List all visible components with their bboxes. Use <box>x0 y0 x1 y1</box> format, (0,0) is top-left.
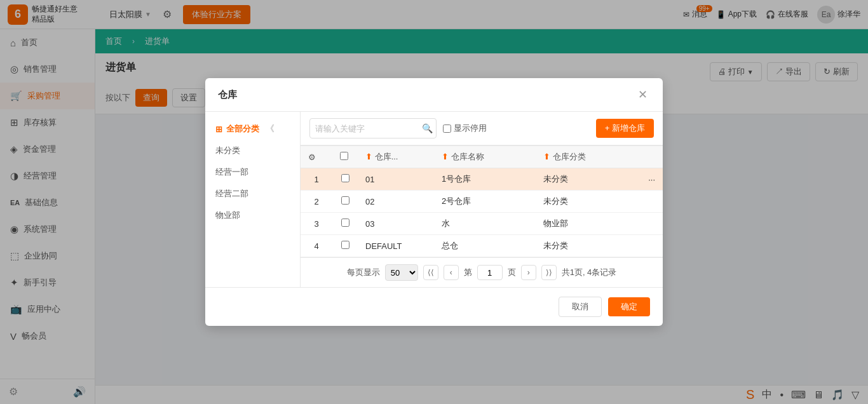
modal-toolbar: 🔍 显示停用 + 新增仓库 <box>301 112 663 145</box>
row-name-2: 2号仓库 <box>434 191 536 213</box>
warehouse-modal: 仓库 ✕ ⊞ 全部分类 《 未分类 经营一部 经营二部 物业部 <box>205 78 663 326</box>
row-checkbox-4[interactable] <box>341 241 349 249</box>
modal-close-button[interactable]: ✕ <box>635 87 650 102</box>
table-body: 1 01 1号仓库 未分类 ··· 2 <box>301 168 663 257</box>
sort-icon: ⬆ <box>365 152 372 161</box>
row-class-4: 未分类 <box>536 235 612 257</box>
row-no-1: 1 <box>301 168 332 191</box>
gear-header-icon: ⚙ <box>308 152 316 162</box>
col-header-gear: ⚙ <box>301 146 332 168</box>
modal-title: 仓库 <box>218 89 237 101</box>
modal-category-property[interactable]: 物业部 <box>205 205 300 226</box>
modal-category-dept2[interactable]: 经营二部 <box>205 183 300 205</box>
row-check-1 <box>332 168 358 191</box>
table-row[interactable]: 4 DEFAULT 总仓 未分类 <box>301 235 663 257</box>
modal-all-category[interactable]: ⊞ 全部分类 《 <box>205 118 300 140</box>
row-checkbox-3[interactable] <box>341 219 349 227</box>
confirm-button[interactable]: 确定 <box>608 297 650 316</box>
show-disabled-checkbox[interactable] <box>443 125 451 133</box>
table-row[interactable]: 1 01 1号仓库 未分类 ··· <box>301 168 663 191</box>
row-checkbox-1[interactable] <box>341 174 349 182</box>
row-checkbox-2[interactable] <box>341 196 349 205</box>
cancel-button[interactable]: 取消 <box>559 297 602 317</box>
row-code-2: 02 <box>358 191 434 213</box>
search-icon[interactable]: 🔍 <box>422 123 433 133</box>
row-name-3: 水 <box>434 213 536 235</box>
col-header-code: ⬆ 仓库... <box>358 146 434 168</box>
select-all-checkbox[interactable] <box>340 152 348 160</box>
col-header-class: ⬆ 仓库分类 <box>536 146 612 168</box>
modal-category-dept1[interactable]: 经营一部 <box>205 161 300 183</box>
page-first-button[interactable]: ⟨⟨ <box>423 265 438 280</box>
warehouse-table: ⚙ ⬆ 仓库... ⬆ <box>301 145 663 257</box>
grid-icon: ⊞ <box>215 125 222 134</box>
sort-icon-class: ⬆ <box>543 152 550 161</box>
col-header-name: ⬆ 仓库名称 <box>434 146 536 168</box>
row-code-3: 03 <box>358 213 434 235</box>
row-code-1: 01 <box>358 168 434 191</box>
row-check-2 <box>332 191 358 213</box>
table-row[interactable]: 2 02 2号仓库 未分类 <box>301 191 663 213</box>
row-actions-3 <box>612 213 663 235</box>
page-number-input[interactable] <box>477 265 503 280</box>
row-class-1: 未分类 <box>536 168 612 191</box>
row-actions-1: ··· <box>612 168 663 191</box>
modal-table-wrap: ⚙ ⬆ 仓库... ⬆ <box>301 145 663 257</box>
row-check-4 <box>332 235 358 257</box>
sort-icon-name: ⬆ <box>442 152 449 161</box>
modal-pagination: 每页显示 50 100 200 ⟨⟨ ‹ 第 页 › ⟩⟩ 共1页, 4条记录 <box>301 257 663 287</box>
modal-search-box: 🔍 <box>309 118 437 138</box>
table-header: ⚙ ⬆ 仓库... ⬆ <box>301 146 663 168</box>
show-disabled-label[interactable]: 显示停用 <box>443 123 487 134</box>
row-code-4: DEFAULT <box>358 235 434 257</box>
modal-header: 仓库 ✕ <box>205 78 663 112</box>
col-header-check <box>332 146 358 168</box>
row-check-3 <box>332 213 358 235</box>
page-prev-button[interactable]: ‹ <box>444 265 459 280</box>
page-next-button[interactable]: › <box>521 265 536 280</box>
per-page-select[interactable]: 50 100 200 <box>385 264 418 281</box>
row-class-2: 未分类 <box>536 191 612 213</box>
modal-body: ⊞ 全部分类 《 未分类 经营一部 经营二部 物业部 🔍 <box>205 112 663 287</box>
page-last-button[interactable]: ⟩⟩ <box>541 265 557 280</box>
modal-main-area: 🔍 显示停用 + 新增仓库 ⚙ <box>301 112 663 287</box>
modal-overlay: 仓库 ✕ ⊞ 全部分类 《 未分类 经营一部 经营二部 物业部 <box>0 0 868 404</box>
row-no-4: 4 <box>301 235 332 257</box>
row-no-2: 2 <box>301 191 332 213</box>
row-actions-4 <box>612 235 663 257</box>
modal-category-unclassified[interactable]: 未分类 <box>205 140 300 161</box>
col-header-actions <box>612 146 663 168</box>
modal-footer: 取消 确定 <box>205 287 663 326</box>
row-actions-2 <box>612 191 663 213</box>
collapse-sidebar-button[interactable]: 《 <box>263 123 277 135</box>
add-warehouse-button[interactable]: + 新增仓库 <box>596 119 654 138</box>
modal-search-input[interactable] <box>315 124 422 133</box>
row-no-3: 3 <box>301 213 332 235</box>
row-name-4: 总仓 <box>434 235 536 257</box>
table-row[interactable]: 3 03 水 物业部 <box>301 213 663 235</box>
modal-category-sidebar: ⊞ 全部分类 《 未分类 经营一部 经营二部 物业部 <box>205 112 301 287</box>
row-name-1: 1号仓库 <box>434 168 536 191</box>
row-class-3: 物业部 <box>536 213 612 235</box>
